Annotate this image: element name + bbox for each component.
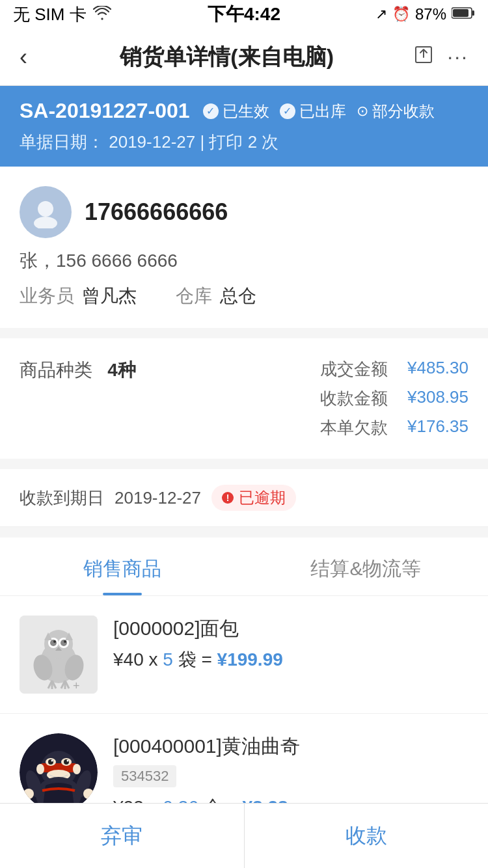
- warehouse-label: 仓库: [176, 284, 212, 308]
- deal-amount-value: ¥485.30: [407, 358, 468, 381]
- customer-id: 17666666666: [85, 198, 228, 226]
- reject-button[interactable]: 弃审: [0, 804, 245, 868]
- svg-text:+: +: [73, 679, 80, 692]
- svg-point-43: [83, 789, 94, 799]
- status-bar: 无 SIM 卡 下午4:42 ↗ ⏰ 87%: [0, 0, 488, 29]
- battery-level: 87%: [415, 5, 446, 23]
- tag-partial: ⊙ 部分收款: [357, 101, 435, 122]
- due-date-label: 收款到期日: [20, 487, 104, 509]
- svg-point-37: [36, 764, 44, 774]
- product-1-qty: 5: [163, 649, 173, 670]
- svg-rect-2: [453, 9, 468, 17]
- check-icon-2: ✓: [280, 103, 295, 119]
- location-icon: ↗: [375, 6, 387, 23]
- svg-point-11: [50, 640, 57, 646]
- back-button[interactable]: ‹: [20, 44, 27, 71]
- warehouse-name: 总仓: [220, 284, 256, 308]
- carrier-label: 无 SIM 卡: [13, 3, 87, 26]
- check-icon: ✓: [203, 103, 219, 119]
- wifi-icon: [93, 5, 111, 25]
- sales-label: 业务员: [20, 284, 74, 308]
- svg-point-5: [34, 217, 57, 228]
- svg-point-14: [64, 640, 66, 643]
- svg-point-13: [53, 640, 56, 643]
- due-date-section: 收款到期日 2019-12-27 ! 已逾期: [0, 469, 488, 527]
- product-1-name: [0000002]面包: [113, 616, 468, 642]
- tabs-section: 销售商品 结算&物流等: [0, 537, 488, 596]
- product-1-thumb: +: [20, 616, 98, 694]
- order-header: SA-20191227-001 ✓ 已生效 ✓ 已出库 ⊙ 部分收款 单据日期：…: [0, 86, 488, 167]
- sales-name: 曾凡杰: [82, 284, 137, 308]
- product-1-info: [0000002]面包 ¥40 x 5 袋 = ¥199.99: [113, 616, 468, 672]
- product-2-name: [000400001]黄油曲奇: [113, 733, 468, 760]
- product-2-ninja-icon: [20, 733, 98, 811]
- customer-section: 17666666666 张，156 6666 6666 业务员 曾凡杰 仓库 总…: [0, 167, 488, 328]
- bottom-bar: 弃审 收款: [0, 803, 488, 868]
- clock-icon: ⊙: [357, 103, 368, 120]
- collected-label: 收款金额: [320, 387, 388, 410]
- alarm-icon: ⏰: [392, 6, 410, 23]
- page-title: 销货单详情(来自电脑): [40, 42, 413, 72]
- svg-point-34: [51, 760, 53, 762]
- amounts: 成交金额 ¥485.30 收款金额 ¥308.95 本单欠款 ¥176.35: [320, 358, 468, 439]
- tab-sales-goods[interactable]: 销售商品: [0, 537, 244, 595]
- owed-value: ¥176.35: [407, 416, 468, 439]
- battery-icon: [452, 5, 475, 23]
- goods-count: 4种: [107, 360, 136, 380]
- status-time: 下午4:42: [208, 2, 280, 27]
- svg-rect-1: [472, 10, 475, 16]
- overdue-dot: !: [222, 492, 234, 504]
- collect-button[interactable]: 收款: [245, 804, 489, 868]
- doc-date-line: 单据日期： 2019-12-27 | 打印 2 次: [20, 131, 468, 154]
- tag-shipped: ✓ 已出库: [280, 101, 346, 122]
- nav-bar: ‹ 销货单详情(来自电脑) ···: [0, 29, 488, 86]
- svg-point-4: [38, 201, 53, 217]
- product-2-thumb: [20, 733, 98, 811]
- collected-value: ¥308.95: [407, 387, 468, 410]
- customer-details: 业务员 曾凡杰 仓库 总仓: [20, 284, 468, 308]
- overdue-badge: ! 已逾期: [211, 485, 296, 511]
- deal-amount-label: 成交金额: [320, 358, 388, 381]
- product-item-1: + [0000002]面包 ¥40 x 5 袋 = ¥199.99: [0, 596, 488, 714]
- owed-label: 本单欠款: [320, 416, 388, 439]
- avatar: [20, 186, 72, 238]
- due-date-value: 2019-12-27: [115, 488, 201, 508]
- product-1-total: ¥199.99: [217, 649, 283, 670]
- customer-name-phone: 张，156 6666 6666: [20, 249, 468, 273]
- tab-settlement[interactable]: 结算&物流等: [244, 537, 488, 595]
- svg-point-42: [23, 789, 34, 799]
- stats-section: 商品种类 4种 成交金额 ¥485.30 收款金额 ¥308.95 本单欠款 ¥…: [0, 338, 488, 459]
- goods-type: 商品种类 4种: [20, 358, 136, 383]
- product-1-price-line: ¥40 x 5 袋 = ¥199.99: [113, 647, 468, 672]
- order-id: SA-20191227-001: [20, 99, 190, 123]
- product-1-owl-icon: +: [20, 616, 98, 694]
- export-icon[interactable]: [413, 44, 434, 70]
- more-icon[interactable]: ···: [447, 45, 468, 69]
- tag-activated: ✓ 已生效: [203, 101, 269, 122]
- svg-point-38: [73, 764, 81, 774]
- svg-point-12: [61, 640, 67, 646]
- product-2-badge: 534532: [113, 765, 176, 787]
- svg-point-35: [67, 760, 69, 762]
